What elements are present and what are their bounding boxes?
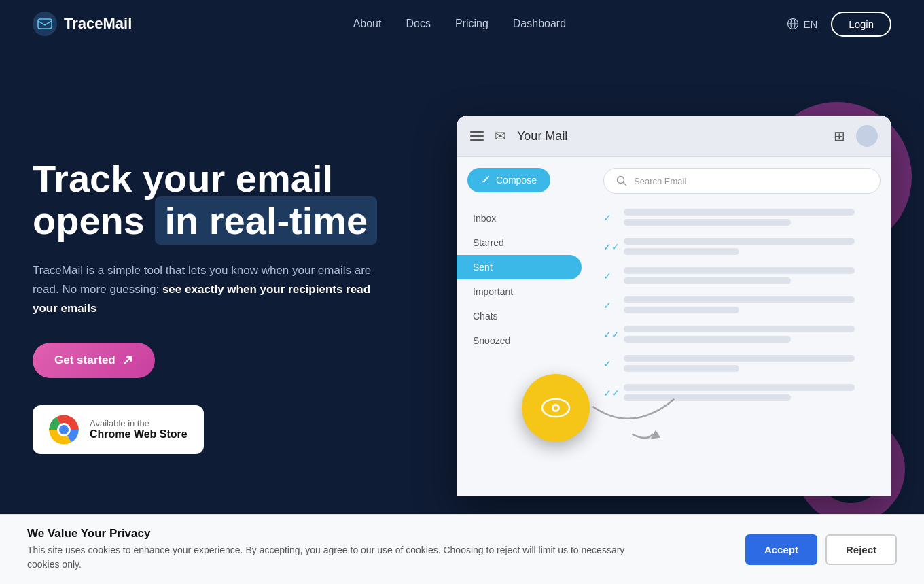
mock-line: [624, 248, 739, 255]
mock-email-row: ✓✓: [603, 234, 881, 259]
hero-right: ✉ Your Mail ⊞ Compose Inbox: [413, 116, 891, 496]
get-started-button[interactable]: Get started: [33, 343, 155, 378]
nav-about[interactable]: About: [353, 18, 382, 30]
hero-left: Track your email opens in real-time Trac…: [33, 158, 386, 453]
mock-nav-sent-label: Sent: [473, 262, 493, 273]
accept-button[interactable]: Accept: [745, 534, 817, 565]
check-icon-3: ✓: [603, 271, 617, 281]
chrome-available-text: Available in the: [90, 418, 188, 428]
mock-title: Your Mail: [517, 129, 823, 143]
logo-icon: [33, 12, 57, 36]
check-double-icon-5: ✓✓: [603, 329, 617, 340]
mock-lines-2: [624, 238, 881, 255]
hero-title-opens: opens: [33, 199, 145, 242]
mock-nav-starred[interactable]: Starred: [457, 230, 592, 255]
svg-line-8: [624, 183, 626, 186]
mock-grid-icon[interactable]: ⊞: [834, 128, 845, 144]
lang-label: EN: [803, 18, 817, 30]
svg-point-6: [59, 425, 69, 434]
nav-docs[interactable]: Docs: [406, 18, 430, 30]
mock-nav-inbox-label: Inbox: [473, 213, 496, 224]
cookie-banner: We Value Your Privacy This site uses coo…: [0, 514, 924, 578]
mock-line: [624, 238, 855, 245]
hero-title-highlight: in real-time: [155, 196, 377, 245]
check-icon-4: ✓: [603, 300, 617, 311]
mock-mail-icon: ✉: [495, 128, 506, 144]
get-started-label: Get started: [54, 354, 116, 367]
svg-rect-0: [38, 19, 52, 29]
chrome-store-badge[interactable]: Available in the Chrome Web Store: [33, 405, 204, 454]
lang-selector[interactable]: EN: [787, 18, 817, 30]
compose-icon: [481, 175, 491, 185]
mock-email-row: ✓: [603, 292, 881, 317]
cookie-buttons: Accept Reject: [745, 534, 897, 565]
mock-line: [624, 209, 855, 216]
mock-nav-chats-label: Chats: [473, 311, 498, 322]
mock-search-bar[interactable]: Search Email: [603, 168, 881, 194]
check-icon-6: ✓: [603, 358, 617, 369]
mock-lines-1: [624, 209, 881, 226]
cookie-description: This site uses cookies to enhance your e…: [27, 543, 639, 572]
mock-email-row: ✓: [603, 205, 881, 230]
mock-lines-4: [624, 296, 881, 313]
mock-line: [624, 336, 791, 343]
cookie-title: We Value Your Privacy: [27, 527, 639, 540]
cookie-text-block: We Value Your Privacy This site uses coo…: [27, 527, 639, 572]
hero-description: TraceMail is a simple tool that lets you…: [33, 261, 386, 318]
globe-icon: [787, 18, 799, 30]
chrome-icon: [49, 415, 79, 445]
reject-button[interactable]: Reject: [825, 534, 897, 565]
hero-section: Track your email opens in real-time Trac…: [0, 48, 924, 523]
mock-email-row: ✓: [603, 351, 881, 376]
svg-marker-12: [649, 430, 660, 439]
mock-nav-important[interactable]: Important: [457, 279, 592, 304]
mock-line: [624, 219, 791, 226]
mock-line: [624, 267, 855, 274]
mock-line: [624, 296, 855, 303]
login-button[interactable]: Login: [831, 12, 891, 37]
eye-badge: [522, 374, 590, 442]
mock-nav-chats[interactable]: Chats: [457, 304, 592, 328]
logo-text: TraceMail: [64, 15, 132, 33]
compose-label: Compose: [496, 175, 537, 186]
chrome-store-text: Chrome Web Store: [90, 428, 188, 441]
logo[interactable]: TraceMail: [33, 12, 132, 36]
mock-nav-snoozed-label: Snoozed: [473, 335, 510, 346]
search-icon: [616, 175, 627, 186]
mock-nav-important-label: Important: [473, 286, 513, 297]
mock-nav-sent[interactable]: Sent: [457, 255, 582, 279]
nav-links: About Docs Pricing Dashboard: [353, 18, 566, 30]
chrome-text: Available in the Chrome Web Store: [90, 418, 188, 441]
mock-nav-starred-label: Starred: [473, 237, 504, 248]
navbar: TraceMail About Docs Pricing Dashboard E…: [0, 0, 924, 48]
check-double-icon-2: ✓✓: [603, 241, 617, 252]
mock-nav-snoozed[interactable]: Snoozed: [457, 328, 592, 353]
mock-email-row: ✓✓: [603, 322, 881, 347]
mock-compose-button[interactable]: Compose: [467, 168, 550, 192]
mock-avatar: [856, 125, 878, 147]
mock-line: [624, 365, 739, 372]
mock-topbar: ✉ Your Mail ⊞: [457, 116, 891, 157]
hamburger-icon[interactable]: [470, 131, 484, 141]
hero-title-line1: Track your email: [33, 157, 333, 200]
svg-point-11: [554, 406, 558, 410]
mock-line: [624, 277, 791, 284]
mock-line: [624, 307, 739, 313]
nav-dashboard[interactable]: Dashboard: [513, 18, 566, 30]
check-icon-1: ✓: [603, 212, 617, 223]
mock-line: [624, 355, 855, 362]
mock-line: [624, 326, 855, 332]
arrow-icon: [122, 355, 133, 366]
mock-lines-3: [624, 267, 881, 284]
nav-pricing[interactable]: Pricing: [455, 18, 488, 30]
search-placeholder: Search Email: [634, 176, 686, 186]
mock-email-row: ✓: [603, 263, 881, 288]
eye-icon: [541, 394, 570, 422]
hero-title: Track your email opens in real-time: [33, 158, 386, 241]
mock-lines-5: [624, 326, 881, 343]
nav-right: EN Login: [787, 12, 891, 37]
mock-nav-inbox[interactable]: Inbox: [457, 206, 592, 230]
mock-email-rows: ✓ ✓✓: [603, 205, 881, 405]
mock-lines-6: [624, 355, 881, 372]
